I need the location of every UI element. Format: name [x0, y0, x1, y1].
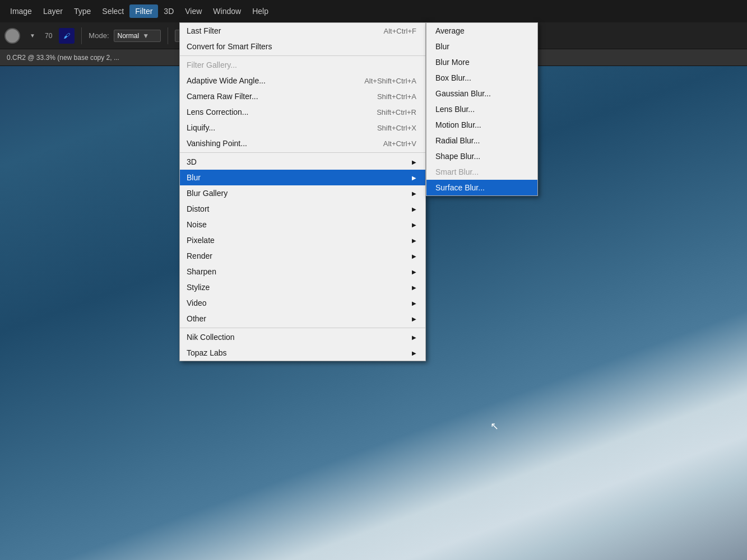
lens-blur-label: Lens Blur... [435, 105, 475, 114]
blur-blur-label: Blur [435, 42, 449, 51]
menu-filter-gallery: Filter Gallery... [180, 57, 425, 73]
topaz-labs-label: Topaz Labs [187, 348, 227, 357]
topaz-arrow: ▶ [412, 350, 416, 356]
brush-size-dropdown[interactable]: ▼ [25, 28, 40, 44]
menubar: Image Layer Type Select Filter 3D View W… [0, 0, 747, 22]
radial-blur-label: Radial Blur... [435, 136, 480, 145]
separator-after-convert [180, 55, 425, 56]
last-filter-label: Last Filter [187, 26, 221, 35]
menu-help[interactable]: Help [247, 4, 274, 18]
stylize-arrow: ▶ [412, 284, 416, 291]
blur-arrow: ▶ [412, 175, 416, 181]
pixelate-label: Pixelate [187, 236, 215, 245]
video-label: Video [187, 298, 207, 307]
convert-smart-label: Convert for Smart Filters [187, 42, 272, 51]
menu-render[interactable]: Render ▶ [180, 248, 425, 264]
filter-menu: Last Filter Alt+Ctrl+F Convert for Smart… [179, 22, 426, 361]
menu-adaptive-wide[interactable]: Adaptive Wide Angle... Alt+Shift+Ctrl+A [180, 73, 425, 88]
box-blur-label: Box Blur... [435, 73, 471, 82]
brush-tool-icon[interactable]: 🖌 [59, 28, 75, 44]
blur-surface[interactable]: Surface Blur... [426, 180, 537, 195]
menu-camera-raw[interactable]: Camera Raw Filter... Shift+Ctrl+A [180, 88, 425, 104]
blur-motion[interactable]: Motion Blur... [426, 117, 537, 133]
pixelate-arrow: ▶ [412, 237, 416, 244]
separator-1 [81, 27, 82, 44]
blur-gallery-arrow: ▶ [412, 190, 416, 197]
menu-blur-gallery[interactable]: Blur Gallery ▶ [180, 185, 425, 201]
3d-filter-label: 3D [187, 157, 197, 166]
mode-dropdown-arrow: ▼ [142, 32, 149, 40]
menu-lens-correction[interactable]: Lens Correction... Shift+Ctrl+R [180, 104, 425, 120]
sharpen-label: Sharpen [187, 267, 216, 276]
gaussian-blur-label: Gaussian Blur... [435, 89, 491, 98]
menu-stylize[interactable]: Stylize ▶ [180, 279, 425, 295]
blur-average[interactable]: Average [426, 23, 537, 39]
lens-correction-label: Lens Correction... [187, 108, 249, 116]
menu-topaz-labs[interactable]: Topaz Labs ▶ [180, 345, 425, 361]
separator-before-nik [180, 328, 425, 328]
adaptive-wide-shortcut: Alt+Shift+Ctrl+A [364, 77, 416, 85]
noise-label: Noise [187, 220, 207, 229]
menu-video[interactable]: Video ▶ [180, 295, 425, 311]
camera-raw-label: Camera Raw Filter... [187, 92, 258, 101]
menu-distort[interactable]: Distort ▶ [180, 201, 425, 217]
motion-blur-label: Motion Blur... [435, 120, 481, 129]
liquify-shortcut: Shift+Ctrl+X [377, 124, 416, 132]
nik-arrow: ▶ [412, 334, 416, 340]
menu-convert-smart[interactable]: Convert for Smart Filters [180, 39, 425, 54]
brush-size-number: 70 [45, 32, 52, 40]
brush-preview [4, 28, 20, 44]
distort-arrow: ▶ [412, 206, 416, 212]
distort-label: Distort [187, 204, 209, 213]
render-arrow: ▶ [412, 253, 416, 259]
menu-vanishing-point[interactable]: Vanishing Point... Alt+Ctrl+V [180, 136, 425, 151]
mode-label: Mode: [89, 31, 109, 40]
menu-3d[interactable]: 3D [158, 4, 179, 18]
sharpen-arrow: ▶ [412, 269, 416, 275]
menu-layer[interactable]: Layer [38, 4, 68, 18]
surface-blur-label: Surface Blur... [435, 183, 485, 192]
menu-filter[interactable]: Filter [129, 4, 158, 18]
menu-window[interactable]: Window [207, 4, 247, 18]
menu-select[interactable]: Select [96, 4, 129, 18]
menu-other[interactable]: Other ▶ [180, 311, 425, 326]
blur-more-label: Blur More [435, 58, 470, 67]
mode-dropdown[interactable]: Normal ▼ [114, 30, 161, 42]
menu-image[interactable]: Image [4, 4, 38, 18]
filter-gallery-label: Filter Gallery... [187, 60, 237, 69]
blur-shape[interactable]: Shape Blur... [426, 148, 537, 164]
lens-correction-shortcut: Shift+Ctrl+R [377, 108, 416, 116]
menu-liquify[interactable]: Liquify... Shift+Ctrl+X [180, 120, 425, 136]
menu-pixelate[interactable]: Pixelate ▶ [180, 232, 425, 248]
blur-blur[interactable]: Blur [426, 39, 537, 54]
document-title: 0.CR2 @ 33.3% (new base copy 2, ... [7, 54, 119, 62]
shape-blur-label: Shape Blur... [435, 152, 480, 161]
stylize-label: Stylize [187, 283, 210, 292]
blur-gaussian[interactable]: Gaussian Blur... [426, 86, 537, 101]
blur-more[interactable]: Blur More [426, 54, 537, 70]
mode-value: Normal [118, 32, 140, 40]
blur-radial[interactable]: Radial Blur... [426, 133, 537, 148]
menu-noise[interactable]: Noise ▶ [180, 217, 425, 232]
adaptive-wide-label: Adaptive Wide Angle... [187, 76, 266, 85]
last-filter-shortcut: Alt+Ctrl+F [383, 27, 416, 35]
menu-view[interactable]: View [179, 4, 207, 18]
smart-blur-label: Smart Blur... [435, 167, 479, 176]
menu-3d-filter[interactable]: 3D ▶ [180, 154, 425, 170]
menu-blur[interactable]: Blur ▶ [180, 170, 425, 185]
menu-type[interactable]: Type [68, 4, 96, 18]
menu-nik-collection[interactable]: Nik Collection ▶ [180, 329, 425, 345]
other-arrow: ▶ [412, 316, 416, 322]
menu-last-filter[interactable]: Last Filter Alt+Ctrl+F [180, 23, 425, 39]
menu-sharpen[interactable]: Sharpen ▶ [180, 264, 425, 279]
blur-label: Blur [187, 173, 201, 182]
blur-box[interactable]: Box Blur... [426, 70, 537, 86]
blur-smart[interactable]: Smart Blur... [426, 164, 537, 180]
blur-lens[interactable]: Lens Blur... [426, 101, 537, 117]
liquify-label: Liquify... [187, 123, 215, 132]
separator-after-vanishing [180, 152, 425, 153]
vanishing-point-shortcut: Alt+Ctrl+V [383, 139, 416, 148]
blur-submenu: Average Blur Blur More Box Blur... Gauss… [426, 22, 538, 196]
other-label: Other [187, 314, 206, 323]
vanishing-point-label: Vanishing Point... [187, 139, 247, 148]
